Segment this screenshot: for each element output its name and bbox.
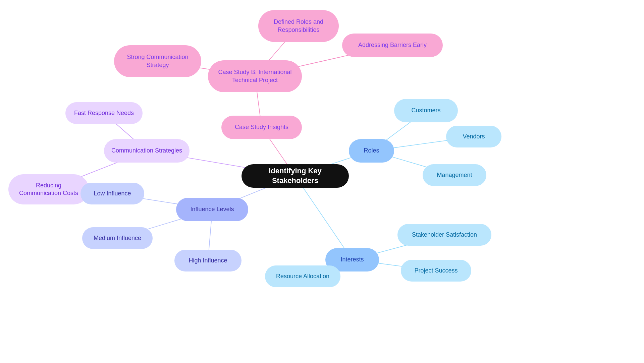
fast-response-label: Fast Response Needs bbox=[74, 109, 134, 117]
addressing-barriers-node[interactable]: Addressing Barriers Early bbox=[342, 34, 443, 57]
customers-node[interactable]: Customers bbox=[394, 99, 458, 122]
vendors-node[interactable]: Vendors bbox=[446, 126, 501, 147]
case-study-insights-node[interactable]: Case Study Insights bbox=[221, 116, 302, 139]
resource-alloc-node[interactable]: Resource Allocation bbox=[265, 265, 340, 287]
high-influence-label: High Influence bbox=[189, 257, 227, 264]
low-influence-node[interactable]: Low Influence bbox=[80, 183, 144, 204]
addressing-barriers-label: Addressing Barriers Early bbox=[358, 41, 427, 49]
customers-label: Customers bbox=[411, 107, 440, 114]
influence-levels-node[interactable]: Influence Levels bbox=[176, 198, 248, 221]
reducing-comm-node[interactable]: Reducing Communication Costs bbox=[8, 174, 89, 204]
low-influence-label: Low Influence bbox=[94, 190, 131, 197]
fast-response-node[interactable]: Fast Response Needs bbox=[65, 102, 143, 124]
strong-comm-label: Strong Communication Strategy bbox=[121, 53, 195, 69]
management-node[interactable]: Management bbox=[423, 164, 486, 186]
defined-roles-node[interactable]: Defined Roles and Responsibilities bbox=[258, 10, 339, 42]
roles-label: Roles bbox=[364, 147, 379, 155]
comm-strategies-node[interactable]: Communication Strategies bbox=[104, 139, 190, 163]
strong-comm-node[interactable]: Strong Communication Strategy bbox=[114, 45, 201, 77]
case-study-insights-label: Case Study Insights bbox=[235, 123, 288, 131]
center-label: Identifying Key Stakeholders bbox=[248, 166, 342, 185]
roles-node[interactable]: Roles bbox=[349, 139, 394, 163]
comm-strategies-label: Communication Strategies bbox=[111, 147, 182, 155]
influence-levels-label: Influence Levels bbox=[190, 205, 234, 213]
medium-influence-node[interactable]: Medium Influence bbox=[82, 227, 153, 249]
management-label: Management bbox=[437, 171, 472, 179]
defined-roles-label: Defined Roles and Responsibilities bbox=[265, 18, 332, 34]
high-influence-node[interactable]: High Influence bbox=[174, 250, 241, 271]
stakeholder-sat-label: Stakeholder Satisfaction bbox=[412, 231, 477, 239]
medium-influence-label: Medium Influence bbox=[94, 234, 141, 242]
case-study-b-node[interactable]: Case Study B: International Technical Pr… bbox=[208, 60, 302, 92]
resource-alloc-label: Resource Allocation bbox=[276, 273, 329, 280]
interests-label: Interests bbox=[340, 256, 364, 263]
stakeholder-sat-node[interactable]: Stakeholder Satisfaction bbox=[397, 224, 491, 246]
project-success-label: Project Success bbox=[414, 267, 458, 275]
vendors-label: Vendors bbox=[463, 133, 485, 140]
case-study-b-label: Case Study B: International Technical Pr… bbox=[215, 68, 295, 84]
project-success-node[interactable]: Project Success bbox=[401, 260, 471, 282]
reducing-comm-label: Reducing Communication Costs bbox=[15, 182, 82, 197]
center-node[interactable]: Identifying Key Stakeholders bbox=[241, 164, 349, 188]
